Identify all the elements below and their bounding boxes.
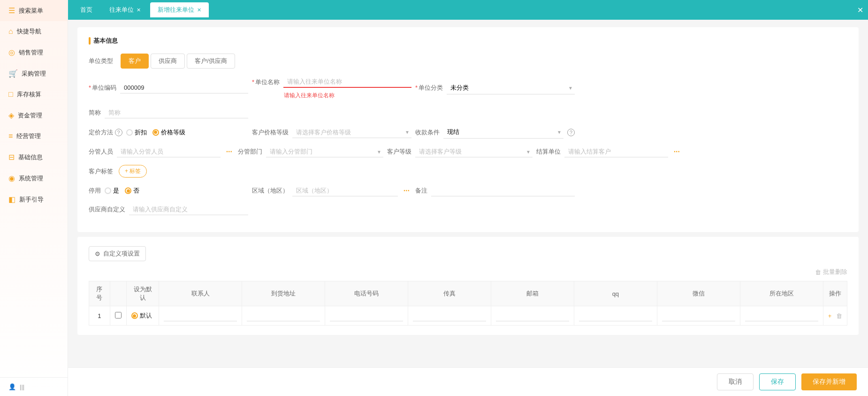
close-tab-new-counterparty[interactable]: ✕: [197, 7, 201, 13]
customer-price-level-select-wrapper[interactable]: ▼: [292, 127, 411, 138]
wechat-input[interactable]: [662, 310, 735, 321]
remark-label: 备注: [415, 186, 427, 195]
sidebar-item-guide[interactable]: ◧ 新手引导: [0, 189, 68, 210]
sidebar-item-search[interactable]: ☰ 搜索菜单: [0, 0, 68, 21]
sidebar-item-finance[interactable]: ◈ 资金管理: [0, 105, 68, 126]
row-wechat[interactable]: [657, 306, 740, 326]
sidebar-item-operations[interactable]: ≡ 经营管理: [0, 126, 68, 147]
col-wechat: 微信: [657, 281, 740, 306]
fax-input[interactable]: [413, 310, 486, 321]
pricing-radio-group: 折扣 价格等级: [126, 128, 185, 137]
sidebar-item-quick-nav[interactable]: ⌂ 快捷导航: [0, 21, 68, 42]
sidebar: ☰ 搜索菜单 ⌂ 快捷导航 ◎ 销售管理 🛒 采购管理 □ 库存核算 ◈ 资金管…: [0, 0, 68, 396]
department-input[interactable]: [266, 146, 383, 157]
close-all-tabs-button[interactable]: ✕: [857, 6, 863, 15]
sidebar-item-system[interactable]: ◉ 系统管理: [0, 168, 68, 189]
phone-input[interactable]: [330, 310, 403, 321]
pricing-radio-price-level[interactable]: 价格等级: [152, 128, 185, 137]
region-input[interactable]: [292, 185, 398, 196]
sidebar-item-purchase[interactable]: 🛒 采购管理: [0, 63, 68, 84]
email-input[interactable]: [496, 310, 569, 321]
pricing-radio-discount[interactable]: 折扣: [126, 128, 147, 137]
remark-group: 备注: [415, 185, 575, 196]
add-tag-button[interactable]: + 标签: [119, 165, 147, 178]
disabled-row: 停用 是 否 区域（地区） ···: [89, 185, 847, 196]
row-contact[interactable]: [159, 306, 242, 326]
disabled-radio-group: 是 否: [105, 186, 139, 195]
row-operation[interactable]: + 🗑: [823, 306, 847, 326]
row-region[interactable]: [740, 306, 823, 326]
customer-level-input[interactable]: [415, 146, 533, 157]
tab-home[interactable]: 首页: [73, 2, 100, 17]
menu-icon: |||: [20, 383, 24, 390]
basic-info-icon: ⊟: [8, 153, 15, 162]
row-default[interactable]: 默认: [126, 306, 159, 326]
row-email[interactable]: [491, 306, 574, 326]
region-table-input[interactable]: [745, 310, 818, 321]
row-fax[interactable]: [408, 306, 491, 326]
purchase-icon: 🛒: [8, 69, 18, 78]
cancel-button[interactable]: 取消: [717, 373, 754, 390]
type-btn-both[interactable]: 客户/供应商: [187, 54, 235, 69]
customer-price-level-input[interactable]: [292, 127, 411, 138]
title-bar-icon: [89, 37, 91, 45]
unit-category-value: 未分类: [447, 82, 575, 94]
unit-category-select-wrapper: 未分类 ▼: [447, 82, 575, 94]
tab-bar: 首页 往来单位 ✕ 新增往来单位 ✕ ✕: [68, 0, 868, 20]
department-label: 分管部门: [238, 148, 262, 156]
disabled-radio-yes[interactable]: 是: [105, 186, 119, 195]
short-name-group: 简称: [89, 107, 248, 118]
section-title: 基本信息: [89, 37, 847, 45]
tab-new-counterparty[interactable]: 新增往来单位 ✕: [150, 2, 209, 17]
sidebar-item-label: 系统管理: [19, 174, 43, 183]
delete-row-button[interactable]: 🗑: [836, 312, 842, 319]
search-icon: ☰: [8, 6, 15, 15]
save-button[interactable]: 保存: [759, 373, 796, 390]
row-checkbox[interactable]: [115, 312, 122, 318]
qq-input[interactable]: [579, 310, 652, 321]
unit-name-input[interactable]: [283, 76, 411, 88]
sidebar-item-sales[interactable]: ◎ 销售管理: [0, 42, 68, 63]
row-address[interactable]: [242, 306, 325, 326]
department-select-wrapper[interactable]: ▼: [266, 146, 383, 157]
row-check[interactable]: [110, 306, 126, 326]
type-btn-supplier[interactable]: 供应商: [151, 54, 185, 69]
contact-input[interactable]: [164, 310, 237, 321]
remark-input[interactable]: [431, 185, 575, 196]
sidebar-item-inventory[interactable]: □ 库存核算: [0, 84, 68, 105]
short-name-input[interactable]: [105, 107, 248, 118]
unit-code-input[interactable]: [120, 82, 248, 93]
save-and-new-button[interactable]: 保存并新增: [801, 373, 857, 390]
supplier-custom-input[interactable]: [129, 204, 248, 215]
address-input[interactable]: [247, 310, 320, 321]
default-radio-item[interactable]: 默认: [131, 311, 154, 320]
manager-more-button[interactable]: ···: [224, 148, 234, 156]
tab-counterparty[interactable]: 往来单位 ✕: [102, 2, 148, 17]
payment-help-icon[interactable]: ?: [567, 129, 575, 136]
batch-delete-button[interactable]: 🗑 批量删除: [815, 268, 847, 276]
row-qq[interactable]: [574, 306, 657, 326]
col-phone: 电话号码: [325, 281, 408, 306]
payment-condition-select-wrapper[interactable]: 现结 ▼: [443, 126, 563, 139]
pricing-help-icon[interactable]: ?: [115, 129, 122, 136]
customer-level-select-wrapper[interactable]: ▼: [415, 146, 533, 157]
disabled-radio-no[interactable]: 否: [125, 186, 139, 195]
main-area: 首页 往来单位 ✕ 新增往来单位 ✕ ✕ 基本信息 单位类型 客户: [68, 0, 868, 396]
manager-input[interactable]: [117, 146, 221, 157]
close-tab-counterparty[interactable]: ✕: [137, 7, 141, 13]
settlement-unit-label: 结算单位: [536, 148, 561, 156]
row-phone[interactable]: [325, 306, 408, 326]
col-operation: 操作: [823, 281, 847, 306]
type-btn-customer[interactable]: 客户: [121, 54, 149, 69]
unit-name-error: 请输入往来单位名称: [284, 92, 335, 100]
unit-name-group: *单位名称 请输入往来单位名称: [252, 76, 411, 100]
add-row-button[interactable]: +: [828, 312, 832, 319]
custom-settings-button[interactable]: ⚙ 自定义项设置: [89, 246, 146, 261]
unit-code-label: *单位编码: [89, 84, 116, 92]
settlement-more-button[interactable]: ···: [672, 148, 682, 156]
settlement-unit-input[interactable]: [564, 146, 668, 157]
col-default: 设为默认: [126, 281, 159, 306]
region-group: 区域（地区） ···: [252, 185, 411, 196]
sidebar-item-basic-info[interactable]: ⊟ 基础信息: [0, 147, 68, 168]
region-more-button[interactable]: ···: [402, 186, 411, 195]
